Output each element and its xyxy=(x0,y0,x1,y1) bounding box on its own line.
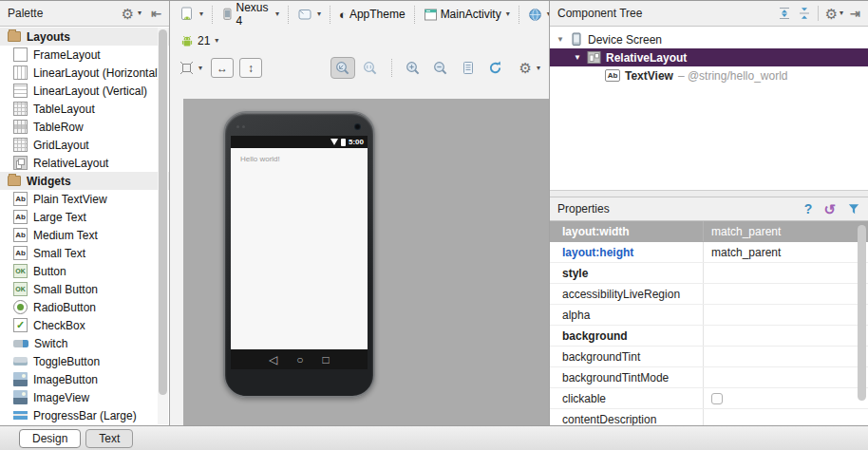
config-toolbar: ▾ Nexus 4 ▾ ▾ ◐ A xyxy=(170,1,549,28)
disclosure-icon[interactable]: ▼ xyxy=(573,53,582,62)
property-value[interactable] xyxy=(704,326,868,346)
property-row-layout-height[interactable]: layout:height match_parent xyxy=(550,242,868,263)
collapse-all-icon[interactable] xyxy=(798,7,811,20)
stretch-height-button[interactable]: ↕ xyxy=(239,58,262,78)
palette-item-medium-text[interactable]: Ab Medium Text xyxy=(0,226,169,244)
palette-item-relativelayout[interactable]: RelativeLayout xyxy=(0,154,169,172)
disclosure-icon[interactable]: ▼ xyxy=(556,35,565,44)
refresh-icon xyxy=(487,60,503,76)
palette-item-radiobutton[interactable]: RadioButton xyxy=(0,298,169,316)
textview-icon: Ab xyxy=(13,228,28,242)
palette-item-large-text[interactable]: Ab Large Text xyxy=(0,208,169,226)
palette-scrollbar[interactable] xyxy=(158,28,168,424)
palette-item-gridlayout[interactable]: GridLayout xyxy=(0,136,169,154)
palette-item-framelayout[interactable]: FrameLayout xyxy=(0,46,169,64)
property-value[interactable] xyxy=(704,347,868,366)
orientation-selector[interactable]: ▾ xyxy=(294,5,324,24)
help-icon[interactable]: ? xyxy=(804,201,813,216)
palette-item-button[interactable]: OK Button xyxy=(0,262,169,280)
filter-icon[interactable] xyxy=(847,202,860,216)
refresh-button[interactable] xyxy=(483,57,508,79)
property-row-alpha[interactable]: alpha xyxy=(550,305,868,326)
palette-item-imageview[interactable]: ImageView xyxy=(0,388,169,406)
tree-dock-icon[interactable]: ⇥ xyxy=(850,8,860,20)
property-value[interactable] xyxy=(704,284,868,304)
expand-all-icon[interactable] xyxy=(778,7,791,20)
zoom-out-button[interactable] xyxy=(428,57,453,79)
tree-row-textview[interactable]: Ab TextView – @string/hello_world xyxy=(550,66,868,84)
layout-preview-content[interactable]: Hello world! xyxy=(231,148,368,349)
checkbox-icon: ✓ xyxy=(13,318,28,332)
zoom-actual-size-button[interactable] xyxy=(358,57,383,79)
property-value[interactable]: match_parent xyxy=(704,221,868,241)
palette-item-togglebutton[interactable]: ToggleButton xyxy=(0,352,169,370)
palette-scrollbar-thumb[interactable] xyxy=(159,29,167,395)
tree-row-relativelayout[interactable]: ▼ RelativeLayout xyxy=(550,48,868,66)
palette-item-tablerow[interactable]: TableRow xyxy=(0,118,169,136)
property-row-backgroundtint[interactable]: backgroundTint xyxy=(550,347,868,367)
properties-scrollbar-thumb[interactable] xyxy=(858,225,866,401)
stretch-width-button[interactable]: ↔ xyxy=(211,58,234,78)
property-value[interactable] xyxy=(704,409,868,425)
hello-world-textview[interactable]: Hello world! xyxy=(231,148,368,163)
clickable-checkbox[interactable] xyxy=(711,393,723,404)
property-name: layout:height xyxy=(550,242,704,262)
device-selector[interactable]: Nexus 4 ▾ xyxy=(218,0,282,29)
palette-item-linearlayout-horizontal[interactable]: LinearLayout (Horizontal) xyxy=(0,64,169,82)
restore-default-icon[interactable]: ↺ xyxy=(823,202,836,216)
palette-item-small-text[interactable]: Ab Small Text xyxy=(0,244,169,262)
zoom-to-fit-button[interactable]: ▾ xyxy=(177,59,205,77)
tree-options-button[interactable]: ⚙ ▾ xyxy=(825,7,843,21)
property-row-style[interactable]: style xyxy=(550,263,868,284)
palette-item-label: GridLayout xyxy=(33,139,89,152)
tab-text[interactable]: Text xyxy=(85,429,133,448)
palette-item-small-button[interactable]: OK Small Button xyxy=(0,280,169,298)
panel-splitter[interactable]: ······ xyxy=(550,190,868,197)
relativelayout-icon xyxy=(587,50,601,65)
palette-dock-icon[interactable]: ⇤ xyxy=(151,8,161,20)
device-screen-icon xyxy=(570,32,583,47)
property-value[interactable]: match_parent xyxy=(704,242,868,262)
palette-item-linearlayout-vertical[interactable]: LinearLayout (Vertical) xyxy=(0,82,169,100)
api-toolbar: 21 ▾ xyxy=(170,28,549,54)
render-config-button[interactable]: ▾ xyxy=(177,5,206,24)
palette-item-tablelayout[interactable]: TableLayout xyxy=(0,100,169,118)
palette-item-checkbox[interactable]: ✓ CheckBox xyxy=(0,316,169,334)
palette-item-plain-textview[interactable]: Ab Plain TextView xyxy=(0,190,169,208)
palette-item-progressbar-large[interactable]: ProgressBar (Large) xyxy=(0,406,169,424)
device-screen-preview[interactable]: 5:00 Hello world! ◁ ○ □ xyxy=(231,136,368,369)
imageview-icon xyxy=(13,390,28,404)
property-row-backgroundtintmode[interactable]: backgroundTintMode xyxy=(550,367,868,388)
palette-section-widgets[interactable]: Widgets xyxy=(0,172,169,190)
linearlayout-horizontal-icon xyxy=(13,66,28,80)
palette-item-imagebutton[interactable]: ImageButton xyxy=(0,370,169,388)
property-value[interactable] xyxy=(704,263,868,283)
property-row-layout-width[interactable]: layout:width match_parent xyxy=(550,221,868,242)
property-row-background[interactable]: background xyxy=(550,326,868,347)
palette-item-label: LinearLayout (Vertical) xyxy=(33,84,147,98)
palette-item-switch[interactable]: Switch xyxy=(0,334,169,352)
property-value[interactable] xyxy=(704,367,868,387)
zoom-fit-button[interactable] xyxy=(330,57,355,79)
property-value[interactable] xyxy=(704,305,868,325)
property-row-accessibilityliveregion[interactable]: accessibilityLiveRegion xyxy=(550,284,868,305)
property-row-contentdescription[interactable]: contentDescription xyxy=(550,409,868,425)
palette-gear-icon[interactable]: ⚙ xyxy=(122,7,134,21)
property-row-clickable[interactable]: clickable xyxy=(550,388,868,409)
wifi-icon xyxy=(330,139,338,145)
toolbar-separator xyxy=(288,6,289,24)
caret-down-icon: ▾ xyxy=(506,10,510,18)
zoom-in-button[interactable] xyxy=(401,57,425,79)
activity-selector[interactable]: MainActivity ▾ xyxy=(421,6,513,24)
palette-section-layouts[interactable]: Layouts xyxy=(0,28,169,46)
preview-docked-button[interactable] xyxy=(456,57,481,79)
tree-row-device-screen[interactable]: ▼ Device Screen xyxy=(550,30,868,48)
preview-status-bar: 5:00 xyxy=(231,136,368,148)
tab-design[interactable]: Design xyxy=(19,429,81,448)
design-canvas[interactable]: 5:00 Hello world! ◁ ○ □ xyxy=(170,82,549,425)
theme-selector[interactable]: ◐ AppTheme xyxy=(336,6,408,23)
right-panel: Component Tree ⚙ ▾ xyxy=(549,1,868,425)
api-level-selector[interactable]: 21 ▾ xyxy=(177,31,221,51)
palette-gear-caret-icon[interactable]: ▾ xyxy=(138,9,142,17)
designer-options-button[interactable]: ⚙ ▾ xyxy=(517,59,543,77)
